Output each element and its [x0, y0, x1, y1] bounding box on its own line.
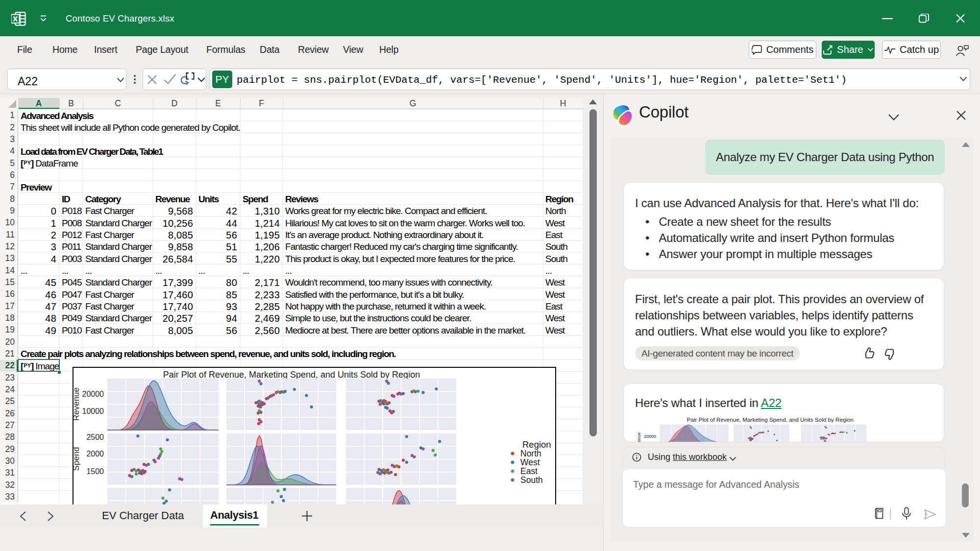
svg-text:Pair Plot of Revenue, Marketin: Pair Plot of Revenue, Marketing Spend, a… — [163, 370, 420, 380]
svg-text:10000: 10000 — [82, 407, 104, 415]
svg-text:Spend: Spend — [73, 447, 81, 471]
svg-text:Revenue: Revenue — [73, 387, 81, 421]
svg-text:1500: 1500 — [86, 467, 104, 476]
svg-text:Pair Plot of Revenue, Marketin: Pair Plot of Revenue, Marketing Spend, a… — [687, 416, 854, 423]
svg-text:South: South — [520, 475, 543, 485]
svg-text:Region: Region — [522, 439, 551, 450]
svg-text:20000: 20000 — [82, 390, 104, 398]
svg-text:West: West — [520, 457, 540, 467]
svg-text:2000: 2000 — [86, 450, 104, 458]
svg-text:20000: 20000 — [644, 434, 656, 439]
svg-text:East: East — [520, 466, 538, 476]
svg-text:North: North — [520, 449, 541, 458]
svg-text:2500: 2500 — [86, 433, 104, 441]
svg-text:enue: enue — [637, 432, 641, 442]
